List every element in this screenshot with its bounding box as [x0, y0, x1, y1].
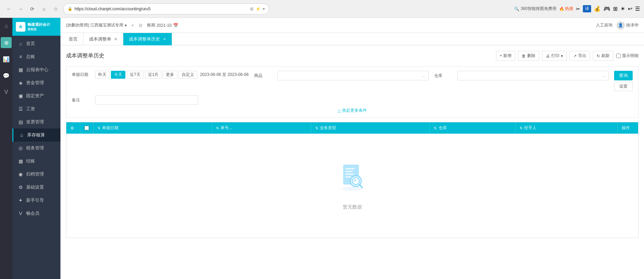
warehouse-filter-label: 仓库 — [434, 73, 455, 79]
sidebar-item-general-ledger[interactable]: ≡ 总账 — [12, 50, 60, 63]
goods-search-field[interactable]: ... — [278, 71, 429, 80]
export-button[interactable]: ↗ 导出 — [569, 51, 590, 61]
translate-icon[interactable]: 译 — [583, 5, 591, 12]
date-btn-yesterday[interactable]: 昨天 — [95, 71, 110, 79]
back-button[interactable]: ← — [4, 4, 14, 14]
date-btn-more[interactable]: 更多 — [163, 71, 177, 79]
lightning-icon: ⚡ — [256, 7, 261, 11]
display-toggle-checkbox[interactable] — [616, 54, 621, 58]
goods-more-icon[interactable]: ... — [422, 73, 426, 78]
sidebar-item-payroll[interactable]: ☰ 工资 — [12, 102, 60, 115]
setting-button[interactable]: 设置 — [614, 82, 633, 91]
th-biz-type[interactable]: ⇅ 业务类型 — [311, 122, 430, 134]
query-button[interactable]: 查询 — [614, 71, 633, 80]
th-check[interactable] — [80, 122, 93, 134]
sidebar-item-new-guide[interactable]: ✦ 新手引导 — [12, 194, 60, 207]
address-bar[interactable]: 🔒 https://cloud.chanjet.com/accounting/u… — [63, 3, 269, 14]
new-button[interactable]: + 新增 — [496, 51, 515, 61]
tab-cost-adjust-history[interactable]: 成本调整单历史 ✕ — [123, 33, 172, 45]
logo-text-block: 畅捷通好会计 旗舰版 — [27, 22, 50, 31]
brightness-icon[interactable]: ☀ — [620, 5, 625, 12]
menu-icon[interactable]: ☰ — [635, 5, 640, 12]
th-biz-label: 业务类型 — [320, 125, 336, 130]
forward-button[interactable]: → — [16, 4, 25, 14]
icon-bar-item-4[interactable]: 💬 — [1, 70, 12, 81]
game-icon[interactable]: 🎮 — [603, 5, 610, 12]
add-tab-button[interactable]: + — [131, 22, 134, 29]
grid-icon[interactable]: ⊞ — [613, 5, 618, 12]
icon-bar-item-3[interactable]: 📊 — [1, 54, 12, 65]
home-button[interactable]: ⌂ — [39, 4, 49, 14]
membership-icon: V — [18, 211, 23, 216]
warehouse-search-field[interactable]: ... — [457, 71, 609, 80]
th-no[interactable]: ⇅ 单号... — [212, 122, 311, 134]
sidebar-item-home[interactable]: ⌂ 首页 — [12, 37, 60, 50]
browser-grid-icon: ⊞ — [250, 7, 253, 11]
app-container: ⌂ ⊕ 📊 💬 V 会 畅捷通好会计 旗舰版 ⌂ 首页 ≡ 总账 ▦ 云报表 — [0, 18, 644, 279]
date-buttons: 昨天 今天 近7天 近1月 更多 自定义 — [95, 71, 197, 79]
select-all-checkbox[interactable] — [84, 126, 89, 130]
print-button[interactable]: 🖨 打印 ▾ — [542, 51, 567, 61]
logo-icon: 会 — [16, 22, 25, 32]
th-operator[interactable]: ⇅ 经手人 — [515, 122, 617, 134]
svg-rect-5 — [345, 176, 351, 178]
display-toggle[interactable]: 显示明细 — [616, 53, 639, 59]
icon-bar-item-5[interactable]: V — [1, 87, 12, 98]
date-btn-custom[interactable]: 自定义 — [179, 71, 197, 79]
sidebar-item-settle[interactable]: ▦ 结账 — [12, 155, 60, 168]
sidebar-item-archive-mgmt[interactable]: ◉ 归档管理 — [12, 168, 60, 181]
username: 徐泽华 — [626, 22, 639, 28]
sidebar-item-inventory[interactable]: ⌂ 库存核算 — [12, 129, 60, 142]
payroll-icon: ☰ — [18, 106, 23, 112]
date-btn-1month[interactable]: 近1月 — [145, 71, 162, 79]
warehouse-more-icon[interactable]: ... — [602, 73, 606, 78]
inventory-icon: ⌂ — [19, 132, 24, 138]
period-value: 2021-10 — [157, 23, 172, 28]
sidebar-item-fund-mgmt[interactable]: ◈ 资金管理 — [12, 76, 60, 89]
sidebar-item-fixed-assets[interactable]: ▣ 固定资产 — [12, 89, 60, 102]
refresh-button[interactable]: ↻ 刷新 — [593, 51, 613, 61]
sidebar-item-report-center[interactable]: ▦ 云报表中心 — [12, 63, 60, 76]
tab-history-close[interactable]: ✕ — [163, 37, 166, 42]
scissors-icon[interactable]: ✂ — [576, 6, 580, 12]
bookmark-button[interactable]: ☆ — [51, 4, 60, 14]
th-warehouse[interactable]: ⇅ 仓库 — [430, 122, 515, 134]
settings-col-icon: ⚙ — [70, 126, 74, 131]
tab-cost-adjust[interactable]: 成本调整单 ✕ — [83, 33, 123, 45]
history-icon[interactable]: ↩ — [628, 5, 632, 12]
icon-bar-item-1[interactable]: ⌂ — [1, 21, 12, 32]
avatar[interactable]: 👤 徐泽华 — [617, 21, 639, 30]
th-date[interactable]: ⇅ 单据日期 — [93, 122, 212, 134]
th-settings[interactable]: ⚙ — [66, 122, 80, 134]
assets-icon: ▣ — [18, 93, 23, 99]
date-btn-today[interactable]: 今天 — [111, 71, 125, 79]
company-selector[interactable]: (勿删勿禁用) 江西服宝测试专用 ▾ — [66, 22, 127, 28]
sidebar-item-basic-settings[interactable]: ⚙ 基础设置 — [12, 181, 60, 194]
reload-button[interactable]: ⟳ — [27, 4, 37, 14]
sidebar-label-report: 云报表中心 — [26, 67, 48, 73]
wallet-icon[interactable]: 💰 — [594, 5, 601, 12]
sidebar-item-tax-mgmt[interactable]: ◎ 税务管理 — [12, 142, 60, 155]
sidebar-item-membership[interactable]: V 畅会员 — [12, 207, 60, 220]
sidebar-item-invoice-mgmt[interactable]: ▤ 发票管理 — [12, 115, 60, 129]
tab-home[interactable]: 首页 — [63, 33, 83, 45]
user-service-link[interactable]: 人工咨询 — [596, 22, 612, 28]
icon-bar: ⌂ ⊕ 📊 💬 V — [0, 18, 12, 279]
tab-cost-adjust-close[interactable]: ✕ — [114, 37, 117, 42]
settings-icon[interactable]: ⚙ — [138, 23, 143, 28]
remark-input[interactable] — [95, 95, 198, 105]
logo-title: 畅捷通好会计 — [27, 22, 50, 27]
th-no-label: 单号... — [221, 125, 232, 130]
sidebar-label-tax: 税务管理 — [26, 145, 44, 151]
delete-button[interactable]: 🗑 删除 — [518, 51, 539, 61]
company-dropdown-icon: ▾ — [125, 23, 127, 28]
collapse-btn[interactable]: △ 收起更多条件 — [72, 108, 633, 113]
search-icon: 🔍 — [514, 7, 519, 11]
calendar-icon[interactable]: 📅 — [173, 23, 178, 28]
tax-icon: ◎ — [18, 145, 23, 151]
date-btn-7days[interactable]: 近7天 — [127, 71, 144, 79]
icon-bar-item-2[interactable]: ⊕ — [1, 37, 12, 48]
settle-icon: ▦ — [18, 158, 23, 164]
fund-icon: ◈ — [18, 80, 23, 86]
dropdown-icon: ▾ — [263, 7, 265, 11]
